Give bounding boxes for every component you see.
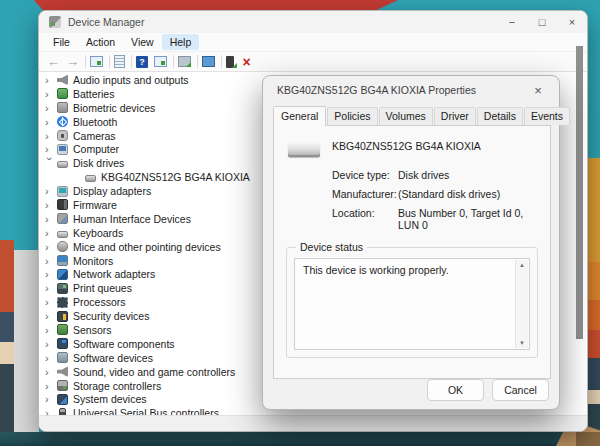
chevron-icon[interactable]: › (45, 131, 57, 141)
forward-icon[interactable]: → (66, 54, 79, 69)
enable-device-icon[interactable] (226, 56, 234, 68)
status-scrollbar[interactable]: ▲ ▼ (515, 260, 528, 348)
dialog-titlebar[interactable]: KBG40ZNS512G BG4A KIOXIA Properties × (263, 76, 559, 104)
menu-bar: FileActionViewHelp (39, 33, 587, 52)
device-status-textarea[interactable]: This device is working properly. ▲ ▼ (294, 258, 530, 350)
toolbar-separator[interactable] (221, 55, 222, 68)
chevron-icon[interactable]: › (45, 157, 55, 169)
properties-dialog: KBG40ZNS512G BG4A KIOXIA Properties × Ge… (262, 75, 560, 410)
chevron-icon[interactable]: › (45, 325, 57, 335)
dialog-title: KBG40ZNS512G BG4A KIOXIA Properties (277, 84, 476, 96)
wallpaper-shape (576, 432, 600, 446)
wallpaper-bottom-strip (0, 432, 600, 446)
toolbar-separator[interactable] (85, 55, 86, 68)
toolbar-separator[interactable] (173, 55, 174, 68)
chevron-icon[interactable]: › (45, 269, 57, 279)
wallpaper-shape (588, 262, 600, 300)
chevron-icon[interactable]: › (45, 103, 57, 113)
tab-driver[interactable]: Driver (434, 107, 476, 125)
wallpaper-shape (13, 250, 39, 432)
chevron-icon[interactable]: › (45, 283, 57, 293)
update-driver-icon[interactable] (202, 56, 215, 67)
field-label: Manufacturer: (332, 188, 398, 200)
chevron-icon[interactable]: › (45, 297, 57, 307)
device-category-icon (57, 311, 68, 322)
field-label: Location: (332, 207, 398, 231)
chevron-icon[interactable]: › (45, 381, 57, 391)
tree-item-label: System devices (73, 393, 147, 405)
chevron-icon[interactable]: › (45, 242, 57, 252)
device-category-icon (57, 366, 68, 377)
chevron-icon[interactable]: › (45, 228, 57, 238)
tree-item-label: Monitors (73, 255, 113, 267)
device-category-icon (57, 380, 68, 391)
toolbar-separator[interactable] (131, 55, 132, 68)
field-label: Device type: (332, 169, 398, 181)
scroll-down-icon[interactable]: ▼ (519, 340, 525, 346)
tree-scrollbar[interactable] (576, 46, 583, 339)
chevron-icon[interactable]: › (45, 408, 57, 415)
tree-item-label: Network adapters (73, 268, 155, 280)
tab-events[interactable]: Events (524, 107, 570, 125)
device-category-icon (59, 408, 66, 415)
close-button[interactable]: × (557, 11, 587, 33)
chevron-icon[interactable]: › (45, 311, 57, 321)
field-row: Manufacturer: (Standard disk drives) (332, 188, 538, 200)
tree-item-label: KBG40ZNS512G BG4A KIOXIA (101, 171, 250, 183)
titlebar[interactable]: Device Manager − □ × (39, 11, 587, 33)
menu-help[interactable]: Help (162, 34, 200, 50)
tree-item-label: Processors (73, 296, 126, 308)
tree-item-label: Display adapters (73, 185, 151, 197)
scan-hardware-changes-icon[interactable] (178, 56, 191, 67)
chevron-icon[interactable]: › (45, 75, 57, 85)
cancel-button[interactable]: Cancel (492, 379, 549, 401)
wallpaper-shape (588, 330, 600, 358)
wallpaper-shape (588, 390, 600, 404)
chevron-icon[interactable]: › (45, 117, 57, 127)
properties-icon[interactable] (114, 55, 125, 68)
device-category-icon (57, 241, 68, 252)
chevron-icon[interactable]: › (45, 89, 57, 99)
tree-item-label: Sensors (73, 324, 112, 336)
chevron-icon[interactable]: › (45, 367, 57, 377)
tab-volumes[interactable]: Volumes (379, 107, 433, 125)
chevron-icon[interactable]: › (45, 353, 57, 363)
desktop: Device Manager − □ × FileActionViewHelp … (0, 0, 600, 446)
help-icon[interactable]: ? (136, 56, 148, 68)
chevron-icon[interactable]: › (45, 186, 57, 196)
tab-details[interactable]: Details (477, 107, 523, 125)
dialog-close-icon[interactable]: × (527, 83, 549, 98)
tab-general[interactable]: General (273, 106, 326, 126)
device-status-legend: Device status (296, 241, 367, 253)
tree-item-label: Batteries (73, 88, 114, 100)
device-category-icon (57, 88, 68, 99)
chevron-icon[interactable]: › (45, 144, 57, 154)
device-category-icon (57, 324, 68, 335)
chevron-icon[interactable]: › (45, 200, 57, 210)
menu-action[interactable]: Action (78, 34, 123, 50)
dialog-tabs: GeneralPoliciesVolumesDriverDetailsEvent… (273, 106, 549, 125)
menu-file[interactable]: File (45, 34, 78, 50)
chevron-icon[interactable]: › (45, 256, 57, 266)
maximize-button[interactable]: □ (527, 11, 557, 33)
tree-item-label: Disk drives (73, 157, 124, 169)
console-window-icon[interactable] (154, 56, 167, 67)
chevron-icon[interactable]: › (45, 214, 57, 224)
device-category-icon (57, 297, 68, 308)
device-category-icon (57, 199, 68, 210)
wallpaper-shape (588, 358, 600, 390)
scroll-up-icon[interactable]: ▲ (519, 262, 525, 268)
ok-button[interactable]: OK (427, 379, 484, 401)
uninstall-device-icon[interactable]: × (240, 54, 253, 70)
back-icon[interactable]: ← (47, 54, 60, 69)
minimize-button[interactable]: − (497, 11, 527, 33)
toolbar-separator[interactable] (109, 55, 110, 68)
tab-policies[interactable]: Policies (327, 107, 377, 125)
menu-view[interactable]: View (123, 34, 162, 50)
toolbar-separator[interactable] (197, 55, 198, 68)
device-category-icon (57, 231, 68, 238)
device-category-icon (85, 175, 96, 182)
chevron-icon[interactable]: › (45, 339, 57, 349)
chevron-icon[interactable]: › (45, 394, 57, 404)
show-console-tree-icon[interactable] (90, 56, 103, 67)
